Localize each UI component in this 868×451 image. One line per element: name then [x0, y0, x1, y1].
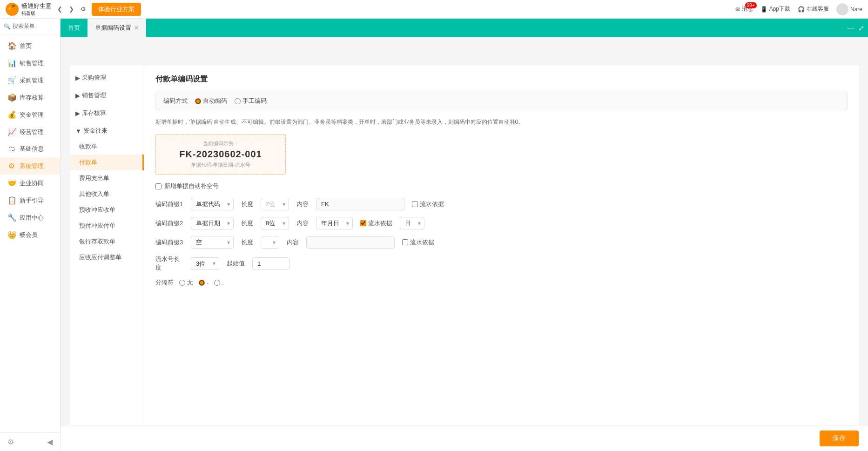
sec-nav-other-income[interactable]: 其他收入单	[70, 186, 144, 202]
serial-length-select[interactable]: 3位 4位 5位	[191, 257, 219, 270]
sec-nav-prepay-receive[interactable]: 预收冲应收单	[70, 202, 144, 218]
message-icon[interactable]: ✉ 消息 99+	[735, 5, 753, 13]
search-menu[interactable]: 🔍 搜索菜单	[0, 19, 60, 34]
nav-forward[interactable]: ❯	[67, 5, 76, 13]
sidebar-item-basic[interactable]: 🗂 基础信息	[0, 141, 60, 157]
length3-select[interactable]	[261, 236, 279, 249]
prefix2-label: 编码前缀2	[155, 219, 183, 228]
page-title: 付款单编码设置	[155, 74, 848, 84]
sec-nav-receipt[interactable]: 收款单	[70, 139, 144, 155]
auto-encoding-option[interactable]: 自动编码	[195, 97, 227, 105]
main-area: ▶ 采购管理 ▶ 销售管理 ▶ 库存核算	[61, 56, 868, 451]
trial-button[interactable]: 体验行业方案	[92, 3, 141, 16]
serial2-checkbox[interactable]	[360, 220, 366, 226]
settings-footer-btn[interactable]: ⚙	[7, 438, 14, 446]
length1-select[interactable]: 2位 3位 4位	[261, 198, 289, 210]
length3-select-wrapper	[261, 236, 279, 249]
sec-group-capital-header[interactable]: ▼ 资金往来	[70, 123, 144, 139]
content2-select[interactable]: 年月日 年月 年	[316, 217, 353, 229]
sep-dot-option[interactable]: .	[214, 279, 224, 286]
auto-encoding-radio[interactable]	[195, 98, 201, 104]
sec-group-inventory-header[interactable]: ▶ 库存核算	[70, 105, 144, 121]
code-preview-value: FK-20230602-001	[165, 149, 276, 160]
sec-nav-prepay-pay[interactable]: 预付冲应付单	[70, 218, 144, 234]
day-select[interactable]: 日 月 年	[400, 217, 424, 229]
sidebar-item-home[interactable]: 🏠 首页	[0, 37, 60, 54]
sec-group-capital: ▼ 资金往来 收款单 付款单 费用支出单 其他收入单 预收冲应收单 预付冲应付单…	[70, 123, 144, 265]
prefix2-row: 编码前缀2 单据日期 单据代码 长度 8位 6位 4位	[155, 217, 848, 229]
sep-none-radio[interactable]	[179, 280, 185, 286]
length1-select-wrapper: 2位 3位 4位	[261, 198, 289, 210]
nav-settings-icon[interactable]: ⚙	[79, 5, 88, 13]
brand-name: 畅通好生意	[21, 2, 52, 10]
chevron-right-icon-3: ▶	[75, 110, 80, 117]
online-service[interactable]: 🎧 在线客服	[798, 5, 829, 13]
top-bar-right: ✉ 消息 99+ 📱 App下载 🎧 在线客服 Nare	[735, 3, 862, 15]
sidebar-item-enterprise[interactable]: 🤝 企业协同	[0, 175, 60, 192]
content2-select-wrapper: 年月日 年月 年	[316, 217, 353, 229]
tab-encoding-settings[interactable]: 单据编码设置 ✕	[87, 19, 146, 37]
sidebar-item-operation[interactable]: 📈 经营管理	[0, 123, 60, 141]
content2-label: 内容	[296, 219, 309, 228]
auto-fill-label[interactable]: 新增单据自动补空号	[164, 182, 219, 190]
manual-encoding-option[interactable]: 手工编码	[235, 97, 267, 105]
manual-encoding-radio[interactable]	[235, 98, 241, 104]
sep-dot-radio[interactable]	[214, 280, 220, 286]
app-download[interactable]: 📱 App下载	[760, 5, 790, 13]
sales-icon: 📊	[7, 59, 16, 67]
day-select-wrapper: 日 月 年	[400, 217, 424, 229]
sidebar-item-purchase[interactable]: 🛒 采购管理	[0, 72, 60, 89]
prefix1-select[interactable]: 单据代码 单据日期 部门 业务员	[191, 198, 234, 210]
code-preview-sub: 单据代码-单据日期-流水号	[165, 162, 276, 168]
sec-nav-expense[interactable]: 费用支出单	[70, 170, 144, 186]
save-button[interactable]: 保存	[820, 431, 859, 446]
sidebar-item-apps[interactable]: 🔧 应用中心	[0, 209, 60, 226]
sep-hyphen-option[interactable]: -	[199, 279, 209, 286]
encoding-method-section: 编码方式 自动编码 手工编码	[155, 92, 848, 110]
nav-back[interactable]: ❮	[55, 5, 64, 13]
sec-nav-payment[interactable]: 付款单	[70, 155, 144, 170]
page-content: 付款单编码设置 编码方式 自动编码 手工编码	[144, 65, 859, 451]
chevron-right-icon-2: ▶	[75, 92, 80, 99]
separator-label: 分隔符	[155, 278, 174, 287]
bottom-bar: 保存	[61, 425, 868, 451]
message-badge: 99+	[745, 2, 757, 8]
sidebar-item-inventory[interactable]: 📦 库存核算	[0, 89, 60, 106]
sidebar-item-system[interactable]: ⚙ 系统管理	[0, 157, 60, 175]
sep-hyphen-radio[interactable]	[199, 280, 205, 286]
tab-close-btn[interactable]: ✕	[134, 25, 139, 31]
search-icon: 🔍	[4, 23, 11, 30]
serial1-checkbox[interactable]	[412, 201, 418, 207]
apps-icon: 🔧	[7, 213, 16, 222]
prefix2-select[interactable]: 单据日期 单据代码	[191, 217, 234, 229]
start-value-input[interactable]	[252, 257, 289, 270]
chevron-down-icon: ▼	[75, 128, 81, 135]
user-avatar	[836, 3, 848, 15]
encoding-method-label: 编码方式	[163, 97, 188, 105]
prefix3-select[interactable]: 空 单据代码 单据日期	[191, 236, 234, 249]
length2-select[interactable]: 8位 6位 4位	[261, 217, 289, 229]
user-info[interactable]: Nare	[836, 3, 862, 15]
sec-group-inventory: ▶ 库存核算	[70, 105, 144, 121]
sec-group-sales-header[interactable]: ▶ 销售管理	[70, 88, 144, 103]
sidebar-item-finance[interactable]: 💰 资金管理	[0, 106, 60, 123]
search-menu-label: 搜索菜单	[13, 22, 35, 30]
sep-none-option[interactable]: 无	[179, 278, 193, 287]
sec-nav-adjust[interactable]: 应收应付调整单	[70, 249, 144, 265]
sidebar-item-guide[interactable]: 📋 新手引导	[0, 192, 60, 209]
sec-group-purchase-header[interactable]: ▶ 采购管理	[70, 70, 144, 86]
sidebar: 🔍 搜索菜单 🏠 首页 📊 销售管理 🛒 采购管理 📦 库存核算 💰	[0, 19, 61, 451]
serial3-checkbox[interactable]	[402, 239, 408, 245]
auto-fill-checkbox[interactable]	[155, 183, 161, 189]
operation-icon: 📈	[7, 128, 16, 136]
tab-home[interactable]: 首页	[61, 19, 87, 37]
chevron-right-icon: ▶	[75, 74, 80, 81]
sidebar-footer: ⚙ ◀	[0, 432, 60, 451]
tab-expand-btn[interactable]: ⤢	[858, 24, 864, 33]
sec-nav-bank[interactable]: 银行存取款单	[70, 234, 144, 249]
sidebar-item-member[interactable]: 👑 畅会员	[0, 226, 60, 243]
sidebar-item-sales[interactable]: 📊 销售管理	[0, 54, 60, 72]
code-preview-label: 当前编码示例：	[165, 140, 276, 147]
tab-minimize-btn[interactable]: —	[847, 24, 855, 32]
collapse-btn[interactable]: ◀	[47, 438, 53, 446]
